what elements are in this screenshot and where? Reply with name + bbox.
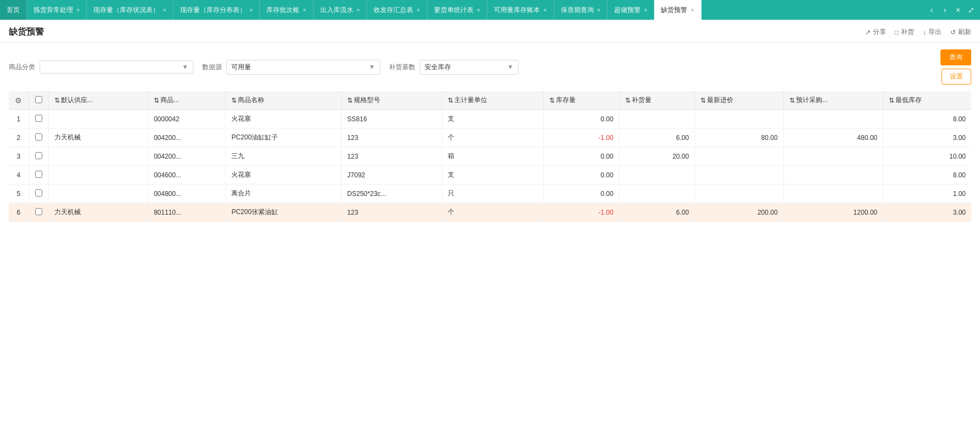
row-goods-code-4: 004600... [148, 166, 226, 184]
tab-batch[interactable]: 库存批次账 × [260, 0, 313, 20]
close-tab-req-stat[interactable]: × [477, 7, 480, 13]
refresh-action[interactable]: ↺ 刷新 [950, 27, 971, 37]
tab-receive-summary[interactable]: 收发存汇总表 × [367, 0, 427, 20]
close-tab-batch[interactable]: × [303, 7, 306, 13]
th-goods-code[interactable]: ⇅ 商品... [148, 91, 226, 110]
row-min-stock-5: 1.00 [883, 184, 972, 203]
select-all-checkbox[interactable] [35, 96, 42, 103]
close-tab-available[interactable]: × [543, 7, 547, 13]
th-gear[interactable]: ⚙ [9, 91, 29, 110]
table-row: 4 004600... 火花塞 J7092 支 0.00 8.00 [9, 166, 971, 184]
th-goods-name[interactable]: ⇅ 商品名称 [226, 91, 342, 110]
tab-inout-flow[interactable]: 出入库流水 × [314, 0, 367, 20]
share-icon: ↗ [865, 29, 871, 36]
header-actions: ↗ 分享 □ 补货 ↓ 导出 ↺ 刷新 [865, 27, 971, 37]
gear-icon[interactable]: ⚙ [15, 96, 22, 105]
row-check-1[interactable] [35, 115, 42, 122]
close-tab-exception[interactable]: × [76, 7, 80, 13]
table-row: 5 004800... 离合片 DS250*23c... 只 0.00 1.00 [9, 184, 971, 203]
settings-button[interactable]: 设置 [942, 69, 971, 85]
row-checkbox-5[interactable] [29, 184, 48, 203]
category-select[interactable]: ▼ [40, 60, 193, 74]
th-est-purchase[interactable]: ⇅ 预计采购... [783, 91, 883, 110]
close-tab-inventory-status[interactable]: × [163, 7, 166, 13]
page-container: 缺货预警 ↗ 分享 □ 补货 ↓ 导出 ↺ 刷新 商品分类 [0, 20, 980, 437]
close-tab-receive-summary[interactable]: × [416, 7, 420, 13]
tab-fullscreen-btn[interactable]: ⤢ [965, 3, 978, 16]
close-tab-inout-flow[interactable]: × [357, 7, 360, 13]
tab-inventory-status[interactable]: 现存量（库存状况表） × [87, 0, 173, 20]
tab-inventory-dist[interactable]: 现存量（库存分布表） × [174, 0, 260, 20]
close-tab-expiry[interactable]: × [597, 7, 600, 13]
row-est-purchase-5 [783, 184, 883, 203]
row-spec-4: J7092 [342, 166, 442, 184]
datasource-select[interactable]: 可用量 ▼ [226, 60, 380, 75]
export-action[interactable]: ↓ 导出 [923, 27, 942, 37]
query-button[interactable]: 查询 [940, 49, 971, 65]
row-checkbox-2[interactable] [29, 128, 48, 147]
sort-icon: ⇅ [347, 97, 353, 104]
close-tab-overstock[interactable]: × [644, 7, 647, 13]
row-supplier-6: 力天机械 [48, 203, 148, 222]
row-unit-2: 个 [442, 128, 543, 147]
table-header-row: ⚙ ⇅ 默认供应... ⇅ 商品... [9, 91, 971, 110]
row-min-stock-2: 3.00 [883, 128, 972, 147]
th-supplier[interactable]: ⇅ 默认供应... [48, 91, 148, 110]
page-header: 缺货预警 ↗ 分享 □ 补货 ↓ 导出 ↺ 刷新 [0, 20, 980, 43]
table-row: 6 力天机械 801110... PC200张紧油缸 123 个 -1.00 6… [9, 203, 971, 222]
row-min-stock-3: 10.00 [883, 147, 972, 166]
close-tab-inventory-dist[interactable]: × [249, 7, 253, 13]
row-supplier-2: 力天机械 [48, 128, 148, 147]
replenish-action[interactable]: □ 补货 [895, 27, 914, 37]
tab-req-stat[interactable]: 要货单统计表 × [427, 0, 487, 20]
th-min-stock[interactable]: ⇅ 最低库存 [883, 91, 972, 110]
row-checkbox-6[interactable] [29, 203, 48, 222]
tab-overstock[interactable]: 超储预警 × [608, 0, 654, 20]
row-est-purchase-3 [783, 147, 883, 166]
close-tab-shortage[interactable]: × [691, 7, 694, 13]
tab-shortage[interactable]: 缺货预警 × [654, 0, 701, 20]
datasource-filter-group: 数据源 可用量 ▼ [202, 60, 380, 75]
tab-close-btn[interactable]: × [951, 3, 965, 16]
row-num-5: 5 [9, 184, 29, 203]
replenish-icon: □ [895, 29, 899, 36]
row-checkbox-3[interactable] [29, 147, 48, 166]
tab-prev-btn[interactable]: ‹ [925, 3, 938, 16]
th-latest-price[interactable]: ⇅ 最新进价 [695, 91, 783, 110]
row-est-purchase-6: 1200.00 [783, 203, 883, 222]
sort-icon: ⇅ [700, 97, 706, 104]
row-goods-name-4: 火花塞 [226, 166, 342, 184]
share-action[interactable]: ↗ 分享 [865, 27, 886, 37]
row-checkbox-1[interactable] [29, 110, 48, 128]
data-table: ⚙ ⇅ 默认供应... ⇅ 商品... [9, 91, 971, 222]
row-goods-name-2: PC200油缸缸子 [226, 128, 342, 147]
row-check-3[interactable] [35, 152, 42, 159]
row-check-2[interactable] [35, 133, 42, 141]
tab-exception[interactable]: 拣货异常处理 × [27, 0, 87, 20]
row-check-5[interactable] [35, 189, 42, 197]
row-checkbox-4[interactable] [29, 166, 48, 184]
row-check-6[interactable] [35, 208, 42, 215]
th-replenish[interactable]: ⇅ 补货量 [619, 91, 695, 110]
row-unit-1: 支 [442, 110, 543, 128]
th-stock[interactable]: ⇅ 库存量 [544, 91, 620, 110]
tab-available[interactable]: 可用量库存账本 × [487, 0, 554, 20]
sort-icon: ⇅ [154, 97, 159, 104]
th-spec[interactable]: ⇅ 规格型号 [342, 91, 442, 110]
table-body: 1 0000042 火花塞 SS816 支 0.00 8.00 2 力天机械 0… [9, 110, 971, 222]
tab-home[interactable]: 首页 [0, 0, 27, 20]
category-arrow-icon: ▼ [182, 63, 188, 71]
row-supplier-3 [48, 147, 148, 166]
row-spec-5: DS250*23c... [342, 184, 442, 203]
tab-next-btn[interactable]: › [938, 3, 951, 16]
row-goods-code-3: 004200... [148, 147, 226, 166]
th-unit[interactable]: ⇅ 主计量单位 [442, 91, 543, 110]
tab-bar: 首页 拣货异常处理 × 现存量（库存状况表） × 现存量（库存分布表） × 库存… [0, 0, 980, 20]
tab-expiry[interactable]: 保质期查询 × [554, 0, 608, 20]
action-buttons: 查询 设置 [940, 49, 971, 85]
replenish-base-select[interactable]: 安全库存 ▼ [420, 60, 519, 75]
row-spec-2: 123 [342, 128, 442, 147]
th-checkbox[interactable] [29, 91, 48, 110]
replenish-base-value: 安全库存 [425, 63, 507, 72]
row-check-4[interactable] [35, 171, 42, 178]
